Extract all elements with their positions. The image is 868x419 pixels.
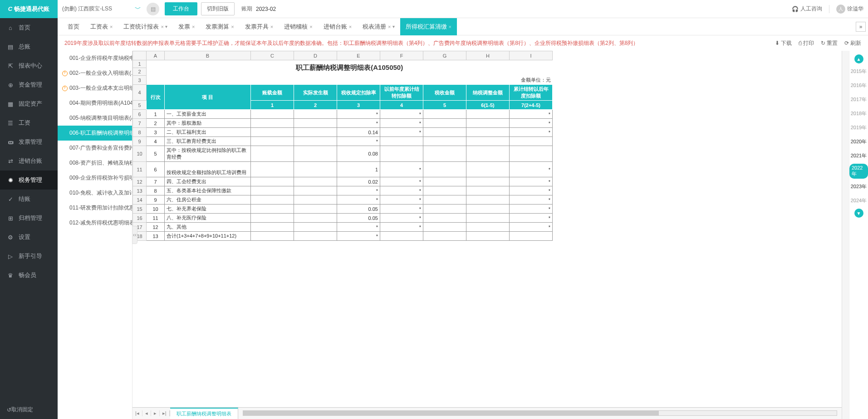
tab-6[interactable]: 进销稽核× xyxy=(279,18,318,35)
year-2022年[interactable]: 2022年 xyxy=(849,164,868,179)
notice-bar: 2019年度涉及取以前年度结转数据的申报表单元格需要手工维护正确，才能保证本年及… xyxy=(58,35,868,51)
notice-text: 2019年度涉及取以前年度结转数据的申报表单元格需要手工维护正确，才能保证本年及… xyxy=(64,39,775,47)
form-item-3[interactable]: 004-期间费用明细表(A1040... xyxy=(58,96,132,111)
spreadsheet[interactable]: ABCDEFGHI1职工薪酬纳税调整明细表(A105050)23金额单位：元4行… xyxy=(132,51,553,241)
warning-dot-icon xyxy=(62,86,68,91)
tabs-collapse-button[interactable]: » xyxy=(856,22,866,32)
sidebar-icon: ⇱ xyxy=(7,63,14,69)
sidebar-item-11[interactable]: ⚙设置 xyxy=(0,228,58,247)
sidebar-icon: ▦ xyxy=(7,101,14,107)
sheet-hscroll[interactable] xyxy=(243,410,837,417)
form-item-1[interactable]: 002-一般企业收入明细表(... xyxy=(58,66,132,81)
year-2023年[interactable]: 2023年 xyxy=(850,180,868,193)
sidebar-icon: ⇄ xyxy=(7,158,14,165)
sheet-tabs: |◂ ◂ ▸ ▸| 职工薪酬纳税调整明细表 xyxy=(132,407,842,419)
tab-close-icon[interactable]: × xyxy=(161,24,163,29)
sheet-vscroll[interactable] xyxy=(842,51,849,419)
tab-close-icon[interactable]: × xyxy=(192,24,195,29)
action-重置[interactable]: ↻重置 xyxy=(821,39,838,47)
tab-2[interactable]: 工资统计报表×▾ xyxy=(118,18,172,35)
year-2017年: 2017年 xyxy=(850,93,868,106)
switch-old-button[interactable]: 切到旧版 xyxy=(201,2,235,15)
doc-icon-button[interactable]: ▤ xyxy=(147,3,159,15)
tab-close-icon[interactable]: × xyxy=(231,24,234,29)
form-item-8[interactable]: 009-企业所得税弥补亏损明... xyxy=(58,171,132,185)
sidebar-item-9[interactable]: ✓结账 xyxy=(0,190,58,209)
form-item-4[interactable]: 005-纳税调整项目明细表(A1... xyxy=(58,111,132,126)
form-item-2[interactable]: 003-一般企业成本支出明细... xyxy=(58,81,132,96)
warning-dot-icon xyxy=(62,71,68,76)
sidebar: ⌂首页▤总账⇱报表中心⊕资金管理▦固定资产☰工资🎟发票管理⇄进销台账✺税务管理✓… xyxy=(0,18,58,419)
form-item-0[interactable]: 001-企业所得税年度纳税申... xyxy=(58,51,132,66)
sidebar-item-7[interactable]: ⇄进销台账 xyxy=(0,151,58,171)
tab-3[interactable]: 发票× xyxy=(173,18,200,35)
year-2021年[interactable]: 2021年 xyxy=(850,150,868,162)
sheet-nav-prev[interactable]: ◂ xyxy=(142,410,151,416)
tabs: 首页工资表×工资统计报表×▾发票×发票测算×发票开具×进销稽核×进销台账×税表清… xyxy=(58,18,868,35)
sidebar-icon: ⚙ xyxy=(7,234,14,241)
sheet-nav-last[interactable]: ▸| xyxy=(160,410,170,416)
sidebar-unpin[interactable]: ↺取消固定 xyxy=(0,400,58,419)
period-label: 账期 xyxy=(241,5,252,13)
headset-icon: 🎧 xyxy=(792,6,799,12)
year-strip: ▲2015年2016年2017年2018年2019年2020年2021年2022… xyxy=(849,51,868,419)
action-刷新[interactable]: ⟳刷新 xyxy=(844,39,861,47)
sidebar-item-12[interactable]: ▷新手引导 xyxy=(0,247,58,266)
sidebar-item-8[interactable]: ✺税务管理 xyxy=(0,171,58,190)
sheet-tab[interactable]: 职工薪酬纳税调整明细表 xyxy=(170,408,238,419)
year-2018年: 2018年 xyxy=(850,107,868,120)
sidebar-item-0[interactable]: ⌂首页 xyxy=(0,18,58,37)
sheet-nav-first[interactable]: |◂ xyxy=(132,410,142,416)
form-item-6[interactable]: 007-广告费和业务宣传费跨... xyxy=(58,141,132,156)
sidebar-icon: ⊕ xyxy=(7,82,14,88)
form-list: 001-企业所得税年度纳税申...002-一般企业收入明细表(...003-一般… xyxy=(58,51,132,419)
tab-close-icon[interactable]: × xyxy=(349,24,352,29)
tab-1[interactable]: 工资表× xyxy=(85,18,118,35)
sidebar-item-5[interactable]: ☰工资 xyxy=(0,113,58,132)
sidebar-item-6[interactable]: 🎟发票管理 xyxy=(0,132,58,151)
sidebar-icon: 🎟 xyxy=(7,139,14,146)
tab-close-icon[interactable]: × xyxy=(449,24,451,29)
avatar: 人 xyxy=(836,5,845,14)
sidebar-icon: ⌂ xyxy=(7,24,14,31)
tab-7[interactable]: 进销台账× xyxy=(318,18,357,35)
year-up-icon[interactable]: ▲ xyxy=(854,54,863,63)
form-item-9[interactable]: 010-免税、减计收入及加计... xyxy=(58,185,132,200)
tab-4[interactable]: 发票测算× xyxy=(200,18,239,35)
sidebar-icon: ▤ xyxy=(7,44,14,50)
year-2019年: 2019年 xyxy=(850,122,868,134)
user-menu[interactable]: 人徐溢华 xyxy=(836,5,863,14)
consult-link[interactable]: 🎧人工咨询 xyxy=(792,5,822,13)
tab-close-icon[interactable]: × xyxy=(270,24,273,29)
sidebar-item-10[interactable]: ⊞归档管理 xyxy=(0,209,58,228)
action-下载[interactable]: ⬇下载 xyxy=(775,39,792,47)
tab-close-icon[interactable]: × xyxy=(110,24,113,29)
form-item-7[interactable]: 008-资产折旧、摊销及纳税... xyxy=(58,156,132,171)
sidebar-item-13[interactable]: ♛畅会员 xyxy=(0,266,58,285)
form-item-5[interactable]: 006-职工薪酬纳税调整明细... xyxy=(58,126,132,141)
tab-9[interactable]: 所得税汇算清缴× xyxy=(400,18,457,35)
period-value[interactable]: 2023-02 xyxy=(256,6,276,12)
tab-close-icon[interactable]: × xyxy=(388,24,391,29)
logo: C畅捷通易代账 xyxy=(0,0,58,18)
sidebar-icon: ✺ xyxy=(7,177,14,184)
form-item-11[interactable]: 012-减免所得税优惠明细表(... xyxy=(58,215,132,230)
sidebar-item-1[interactable]: ▤总账 xyxy=(0,37,58,56)
sheet-nav-next[interactable]: ▸ xyxy=(151,410,160,416)
form-item-10[interactable]: 011-研发费用加计扣除优惠... xyxy=(58,200,132,215)
action-打印[interactable]: ⎙打印 xyxy=(799,39,814,47)
workbench-button[interactable]: 工作台 xyxy=(165,2,197,15)
tab-8[interactable]: 税表清册×▾ xyxy=(357,18,400,35)
tab-0[interactable]: 首页 xyxy=(62,18,85,35)
sidebar-icon: ♛ xyxy=(7,272,14,279)
tab-close-icon[interactable]: × xyxy=(309,24,312,29)
year-down-icon[interactable]: ▼ xyxy=(854,209,863,218)
org-select[interactable]: (勿删) 江西膜宝-LSS﹀ xyxy=(62,5,141,13)
sidebar-item-4[interactable]: ▦固定资产 xyxy=(0,94,58,113)
sidebar-item-2[interactable]: ⇱报表中心 xyxy=(0,56,58,75)
tab-5[interactable]: 发票开具× xyxy=(240,18,279,35)
year-2020年[interactable]: 2020年 xyxy=(850,136,868,148)
year-2015年: 2015年 xyxy=(850,65,868,78)
collapse-handle[interactable]: ‹‹ xyxy=(132,226,137,244)
sidebar-item-3[interactable]: ⊕资金管理 xyxy=(0,75,58,94)
